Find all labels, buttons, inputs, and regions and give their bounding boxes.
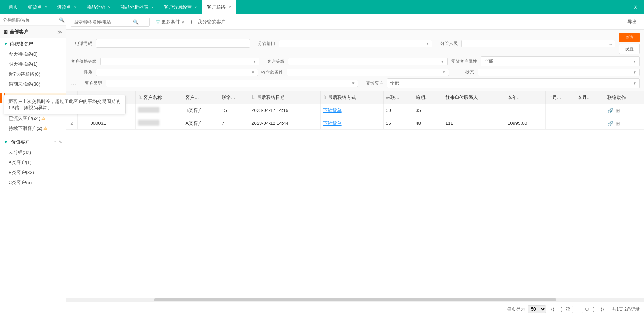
retail-attr-dropdown[interactable]: 全部 ▼ <box>481 56 640 66</box>
unclassified-label: 未分组(32) <box>9 150 31 155</box>
value-group-header[interactable]: ▼ 价值客户 ○ ✎ <box>0 137 66 147</box>
detail-icon[interactable]: ⊞ <box>616 108 620 113</box>
first-page-btn[interactable]: ⟨⟨ <box>549 306 557 313</box>
filter-more-btn[interactable]: ▽ 更多条件 ∧ <box>153 17 188 27</box>
detail-icon[interactable]: ⊞ <box>616 121 620 126</box>
col-name[interactable]: ⇅ 客户名称 <box>135 91 183 104</box>
col-this-month[interactable]: 本月... <box>575 91 605 104</box>
export-btn[interactable]: ↑ 导出 <box>621 17 640 27</box>
query-button[interactable]: 查询 <box>619 33 640 42</box>
retail-customer-dropdown[interactable]: 全部 ▼ <box>387 78 640 88</box>
filter-search-input[interactable] <box>74 19 131 24</box>
nav-product-list[interactable]: 商品分析列表 × <box>115 0 158 14</box>
sidebar-item-b-class[interactable]: B类客户(33) <box>0 168 66 178</box>
row-actions: 🔗 ⊞ <box>605 117 644 130</box>
nav-customer-contact-close[interactable]: × <box>228 0 231 14</box>
last-page-btn[interactable]: ⟩⟩ <box>598 306 606 313</box>
nav-customer-contact[interactable]: 客户联络 × <box>202 0 236 14</box>
settings-button[interactable]: 设置 <box>619 44 640 54</box>
col-last-date[interactable]: ⇅ 最后联络日期 <box>249 91 320 104</box>
filter-search-icon[interactable]: 🔍 <box>133 19 139 25</box>
nav-purchase-label: 进货单 <box>57 0 71 14</box>
sidebar-item-churned[interactable]: 已流失客户(24) ⚠ <box>0 113 66 123</box>
retail-customer-value: 全部 <box>390 80 399 86</box>
all-customers-label: 全部客户 <box>10 29 28 35</box>
pending-group-header[interactable]: ▼ 待联络客户 <box>0 38 66 49</box>
more-dots[interactable]: ... <box>71 81 77 86</box>
col-uncontacted[interactable]: 未联... <box>384 91 413 104</box>
export-icon: ↑ <box>624 19 626 25</box>
sidebar-collapse-btn[interactable]: ≫ <box>57 29 62 35</box>
nav-customer-tier[interactable]: 客户分层经营 × <box>159 0 202 14</box>
next-page-btn[interactable]: ⟩ <box>591 306 597 313</box>
phone-input[interactable] <box>96 39 250 48</box>
nav-product-list-close[interactable]: × <box>151 0 153 14</box>
edit-icon[interactable]: ○ <box>54 140 56 145</box>
b-class-label: B类客户(33) <box>9 170 34 175</box>
dept-dropdown[interactable]: ▼ <box>279 40 433 47</box>
horizontal-scrollbar[interactable] <box>66 298 644 302</box>
sidebar-item-unclassified[interactable]: 未分组(32) <box>0 147 66 157</box>
nav-home[interactable]: 首页 <box>4 0 23 14</box>
gender-chevron-icon: ▼ <box>251 70 255 74</box>
payment-dropdown[interactable]: ▼ <box>287 69 449 76</box>
sidebar-item-today[interactable]: 今天待联络(0) <box>0 49 66 59</box>
sidebar-item-overdue[interactable]: 逾期未联络(30) <box>0 79 66 89</box>
nav-purchase-close[interactable]: × <box>74 0 76 14</box>
page-input[interactable] <box>572 306 583 313</box>
nav-sales[interactable]: 销货单 × <box>23 0 52 14</box>
col-type[interactable]: 客户... <box>183 91 219 104</box>
person-dropdown[interactable]: … <box>461 40 615 47</box>
tooltip-more-dots[interactable]: … <box>53 105 58 110</box>
nav-product-close[interactable]: × <box>108 0 110 14</box>
sidebar-item-declining[interactable]: 持续下滑客户(2) ⚠ <box>0 123 66 133</box>
customer-type-dropdown[interactable]: ▼ <box>106 80 358 87</box>
col-this-year[interactable]: 本年... <box>505 91 546 104</box>
last-method-link[interactable]: 下销货单 <box>323 121 342 126</box>
col-partner-contact[interactable]: 往来单位联系人 <box>443 91 505 104</box>
sidebar-item-tomorrow[interactable]: 明天待联络(1) <box>0 59 66 69</box>
sidebar-item-7days[interactable]: 近7天待联络(0) <box>0 69 66 79</box>
prev-page-btn[interactable]: ⟨ <box>558 306 564 313</box>
nav-home-label: 首页 <box>9 0 18 14</box>
sidebar-item-c-class[interactable]: C类客户(6) <box>0 178 66 188</box>
add-group-icon[interactable]: ✎ <box>59 140 62 145</box>
nav-sales-close[interactable]: × <box>45 0 47 14</box>
col-overdue[interactable]: 逾期... <box>413 91 443 104</box>
last-method-link[interactable]: 下销货单 <box>323 108 342 113</box>
row-name <box>135 104 183 117</box>
nav-purchase[interactable]: 进货单 × <box>52 0 81 14</box>
col-last-month[interactable]: 上月... <box>545 91 575 104</box>
col-type-label: 客户... <box>185 95 199 100</box>
status-dropdown[interactable]: ▼ <box>478 69 640 76</box>
my-customers-checkbox[interactable]: 我分管的客户 <box>191 19 226 25</box>
col-contact-count[interactable]: 联络... <box>219 91 249 104</box>
window-close-btn[interactable]: × <box>631 4 640 11</box>
scroll-thumb[interactable] <box>154 298 556 301</box>
contact-icon[interactable]: 🔗 <box>607 121 613 126</box>
value-group-label: 价值客户 <box>11 139 30 145</box>
customer-tier-dropdown[interactable]: ▼ <box>288 58 447 65</box>
per-page-selector: 每页显示 50 100 200 <box>507 305 546 313</box>
contact-icon[interactable]: 🔗 <box>607 108 613 113</box>
retail-customer-chevron-icon: ▼ <box>633 81 636 85</box>
sidebar-divider-1 <box>0 91 66 91</box>
bottom-bar: 每页显示 50 100 200 ⟨⟨ ⟨ 第 页 ⟩ ⟩⟩ 共1页 2条记录 <box>66 302 644 316</box>
per-page-select[interactable]: 50 100 200 <box>528 305 546 313</box>
col-last-date-label: 最后联络日期 <box>257 95 285 100</box>
tomorrow-label: 明天待联络(1) <box>9 61 38 67</box>
gender-dropdown[interactable]: ▼ <box>96 69 258 76</box>
col-last-method[interactable]: ⇅ 最后联络方式 <box>320 91 384 104</box>
nav-customer-tier-close[interactable]: × <box>195 0 197 14</box>
sidebar-search-icon[interactable]: 🔍 <box>59 17 65 23</box>
row-last-method[interactable]: 下销货单 <box>320 117 384 130</box>
orange-indicator <box>0 93 2 103</box>
col-action-label: 联络动作 <box>607 95 626 100</box>
row-last-method[interactable]: 下销货单 <box>320 104 384 117</box>
nav-product-analysis[interactable]: 商品分析 × <box>82 0 115 14</box>
sidebar-item-a-class[interactable]: A类客户(1) <box>0 157 66 168</box>
my-customers-check[interactable] <box>191 20 196 24</box>
row-checkbox[interactable] <box>77 117 88 130</box>
sidebar-search-input[interactable] <box>3 18 57 23</box>
price-tier-dropdown[interactable]: ▼ <box>100 58 259 65</box>
